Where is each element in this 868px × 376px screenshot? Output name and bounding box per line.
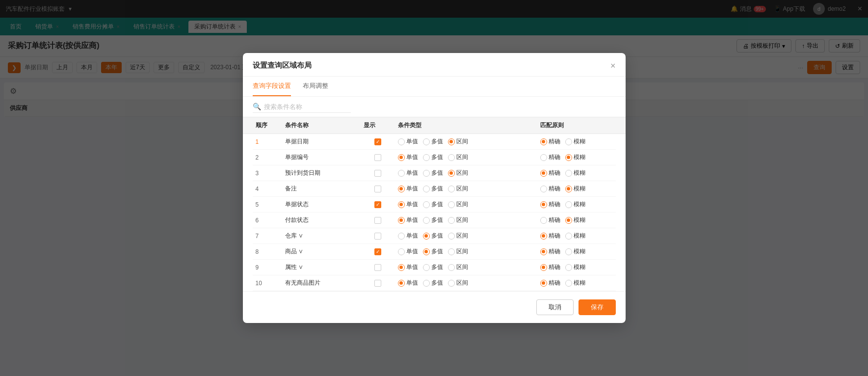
row-checkbox[interactable] xyxy=(361,214,395,227)
radio-dot xyxy=(423,217,430,224)
radio-type-option[interactable]: 单值 xyxy=(398,232,418,240)
radio-type-option[interactable]: 单值 xyxy=(398,279,418,287)
radio-match-option[interactable]: 精确 xyxy=(540,169,560,177)
tab-query-fields[interactable]: 查询字段设置 xyxy=(253,77,291,96)
radio-type-option[interactable]: 区间 xyxy=(448,137,468,146)
radio-type-option[interactable]: 区间 xyxy=(448,263,468,271)
save-button[interactable]: 保存 xyxy=(579,299,616,315)
row-checkbox[interactable] xyxy=(361,182,395,196)
radio-type-option[interactable]: 多值 xyxy=(423,153,443,161)
radio-type-option[interactable]: 区间 xyxy=(448,200,468,209)
dialog-tab-bar: 查询字段设置 布局调整 xyxy=(243,77,626,97)
checkbox[interactable] xyxy=(374,201,381,208)
row-checkbox[interactable] xyxy=(361,261,395,274)
radio-match-option[interactable]: 模糊 xyxy=(565,153,585,161)
row-match: 精确模糊 xyxy=(537,244,616,259)
radio-match-option[interactable]: 精确 xyxy=(540,232,560,240)
radio-match-option[interactable]: 精确 xyxy=(540,216,560,224)
radio-match-option[interactable]: 模糊 xyxy=(565,263,585,271)
th-match: 匹配原则 xyxy=(537,117,616,134)
radio-match-option[interactable]: 精确 xyxy=(540,137,560,146)
radio-match-option[interactable]: 模糊 xyxy=(565,169,585,177)
radio-dot xyxy=(423,248,430,255)
radio-dot xyxy=(565,138,572,145)
cancel-button[interactable]: 取消 xyxy=(536,299,574,315)
radio-match-option[interactable]: 模糊 xyxy=(565,216,585,224)
radio-match-option[interactable]: 模糊 xyxy=(565,232,585,240)
dialog-close-button[interactable]: × xyxy=(610,61,616,70)
checkbox[interactable] xyxy=(374,154,381,161)
radio-match-option[interactable]: 模糊 xyxy=(565,137,585,146)
radio-type-option[interactable]: 单值 xyxy=(398,169,418,177)
checkbox[interactable] xyxy=(374,264,381,271)
radio-type-option[interactable]: 区间 xyxy=(448,185,468,193)
row-type: 单值多值区间 xyxy=(395,213,537,228)
radio-type-option[interactable]: 区间 xyxy=(448,216,468,224)
radio-match-option[interactable]: 精确 xyxy=(540,153,560,161)
radio-type-option[interactable]: 多值 xyxy=(423,185,443,193)
row-type: 单值多值区间 xyxy=(395,260,537,275)
radio-type-option[interactable]: 多值 xyxy=(423,137,443,146)
checkbox[interactable] xyxy=(374,248,381,255)
radio-match-option[interactable]: 精确 xyxy=(540,185,560,193)
radio-dot xyxy=(423,154,430,161)
radio-type-option[interactable]: 区间 xyxy=(448,232,468,240)
radio-type-option[interactable]: 多值 xyxy=(423,263,443,271)
checkbox[interactable] xyxy=(374,138,381,145)
row-type: 单值多值区间 xyxy=(395,150,537,165)
radio-dot xyxy=(565,233,572,240)
row-match: 精确模糊 xyxy=(537,197,616,212)
radio-match-option[interactable]: 精确 xyxy=(540,279,560,287)
radio-match-option[interactable]: 精确 xyxy=(540,200,560,209)
radio-dot xyxy=(565,154,572,161)
row-checkbox[interactable] xyxy=(361,166,395,180)
row-checkbox[interactable] xyxy=(361,151,395,164)
radio-type-option[interactable]: 单值 xyxy=(398,263,418,271)
radio-type-option[interactable]: 区间 xyxy=(448,169,468,177)
radio-dot xyxy=(398,186,405,192)
row-checkbox[interactable] xyxy=(361,245,395,259)
tab-layout[interactable]: 布局调整 xyxy=(303,77,328,96)
radio-match-option[interactable]: 模糊 xyxy=(565,185,585,193)
radio-dot xyxy=(540,138,547,145)
radio-match-option[interactable]: 模糊 xyxy=(565,200,585,209)
radio-type-option[interactable]: 单值 xyxy=(398,137,418,146)
radio-type-option[interactable]: 区间 xyxy=(448,279,468,287)
row-seq: 3 xyxy=(253,166,282,180)
radio-type-option[interactable]: 多值 xyxy=(423,232,443,240)
radio-type-option[interactable]: 区间 xyxy=(448,247,468,256)
radio-type-option[interactable]: 多值 xyxy=(423,200,443,209)
radio-match-option[interactable]: 模糊 xyxy=(565,247,585,256)
radio-type-option[interactable]: 多值 xyxy=(423,169,443,177)
checkbox[interactable] xyxy=(374,186,381,192)
radio-type-option[interactable]: 单值 xyxy=(398,247,418,256)
table-row: 10有无商品图片单值多值区间精确模糊 xyxy=(253,275,616,291)
radio-type-option[interactable]: 单值 xyxy=(398,153,418,161)
checkbox[interactable] xyxy=(374,280,381,287)
radio-type-option[interactable]: 多值 xyxy=(423,247,443,256)
radio-type-option[interactable]: 单值 xyxy=(398,216,418,224)
radio-type-option[interactable]: 单值 xyxy=(398,200,418,209)
radio-match-option[interactable]: 模糊 xyxy=(565,279,585,287)
row-checkbox[interactable] xyxy=(361,135,395,149)
row-checkbox[interactable] xyxy=(361,198,395,212)
radio-type-option[interactable]: 多值 xyxy=(423,279,443,287)
row-seq: 9 xyxy=(253,261,282,274)
row-checkbox[interactable] xyxy=(361,276,395,290)
row-checkbox[interactable] xyxy=(361,229,395,243)
radio-match-option[interactable]: 精确 xyxy=(540,247,560,256)
radio-type-option[interactable]: 多值 xyxy=(423,216,443,224)
radio-match-option[interactable]: 精确 xyxy=(540,263,560,271)
row-seq: 7 xyxy=(253,229,282,243)
radio-dot xyxy=(423,201,430,208)
checkbox[interactable] xyxy=(374,170,381,177)
checkbox[interactable] xyxy=(374,217,381,224)
checkbox[interactable] xyxy=(374,233,381,240)
row-seq: 4 xyxy=(253,182,282,196)
radio-type-option[interactable]: 区间 xyxy=(448,153,468,161)
search-input[interactable] xyxy=(264,103,351,110)
radio-type-option[interactable]: 单值 xyxy=(398,185,418,193)
radio-dot xyxy=(448,138,455,145)
radio-dot xyxy=(565,186,572,192)
radio-dot xyxy=(565,217,572,224)
